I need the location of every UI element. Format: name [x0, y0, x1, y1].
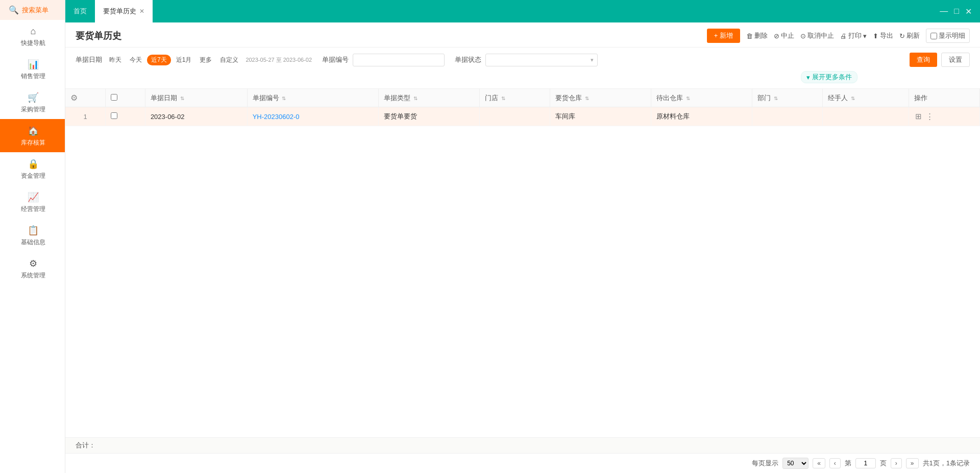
sort-date-icon: ⇅ [180, 96, 184, 101]
date-shortcuts: 昨天 今天 近7天 近1月 更多 自定义 [106, 55, 241, 65]
col-action-label: 操作 [914, 94, 927, 102]
display-detail-toggle[interactable]: 显示明细 [926, 29, 970, 43]
sidebar-search-label: 搜索菜单 [22, 6, 48, 15]
last-page-button[interactable]: » [906, 458, 919, 468]
sort-handler-icon: ⇅ [851, 96, 855, 101]
row-settings: 1 [65, 107, 106, 126]
inventory-icon: 🏠 [28, 125, 39, 136]
expand-label: 展开更多条件 [812, 73, 852, 82]
sidebar-item-label: 资金管理 [21, 172, 45, 180]
doc-number-filter-group: 单据编号 [322, 54, 445, 66]
sort-req-warehouse-icon: ⇅ [585, 96, 589, 101]
prev-page-button[interactable]: ‹ [829, 458, 841, 468]
sort-store-icon: ⇅ [501, 96, 505, 101]
filter-actions: 查询 设置 [910, 53, 970, 67]
suspend-button[interactable]: ⊘ 中止 [774, 31, 794, 40]
col-settings: ⚙ [65, 89, 106, 107]
col-settings-icon[interactable]: ⚙ [70, 93, 78, 102]
display-detail-checkbox[interactable] [930, 33, 937, 39]
row-req-warehouse: 车间库 [550, 107, 651, 126]
maximize-button[interactable]: □ [952, 6, 961, 17]
row-view-icon[interactable]: ⊞ [914, 111, 923, 122]
date-1month[interactable]: 近1月 [173, 55, 195, 65]
date-filter-group: 单据日期 昨天 今天 近7天 近1月 更多 自定义 2023-05-27 至 2… [76, 55, 312, 65]
finance-icon: 🔒 [28, 158, 39, 170]
col-handler[interactable]: 经手人 ⇅ [823, 89, 909, 107]
select-all-checkbox[interactable] [111, 94, 117, 101]
page-number-input[interactable] [855, 458, 876, 468]
row-date: 2023-06-02 [145, 107, 247, 126]
sidebar-item-quick-nav[interactable]: ⌂ 快捷导航 [0, 20, 65, 53]
per-page-select[interactable]: 50 10 20 100 [782, 458, 808, 469]
sidebar-item-label: 快捷导航 [21, 39, 45, 48]
date-7days[interactable]: 近7天 [147, 55, 171, 65]
doc-number-input[interactable] [353, 54, 445, 66]
row-number: YH-20230602-0 [247, 107, 379, 126]
sort-pending-warehouse-icon: ⇅ [686, 96, 690, 101]
tab-home-label: 首页 [74, 7, 87, 16]
table-container: ⚙ 单据日期 ⇅ 单据编号 ⇅ [65, 89, 980, 437]
col-store[interactable]: 门店 ⇅ [480, 89, 550, 107]
refresh-button[interactable]: ↻ 刷新 [899, 31, 920, 40]
sidebar-item-system[interactable]: ⚙ 系统管理 [0, 252, 65, 285]
minimize-button[interactable]: — [938, 6, 950, 17]
row-select-checkbox[interactable] [111, 112, 117, 119]
delete-button[interactable]: 🗑 删除 [746, 31, 768, 40]
date-today[interactable]: 今天 [127, 55, 145, 65]
sidebar-item-inventory[interactable]: 🏠 库存核算 [0, 119, 65, 152]
sidebar-item-label: 系统管理 [21, 271, 45, 280]
row-number-link[interactable]: YH-20230602-0 [253, 113, 300, 121]
row-more-icon[interactable]: ⋮ [925, 111, 935, 122]
tab-purchase-history[interactable]: 要货单历史 ✕ [95, 0, 153, 22]
toolbar: + 新增 🗑 删除 ⊘ 中止 ⊙ 取消中止 🖨 打印 ▾ [707, 29, 970, 43]
print-button[interactable]: 🖨 打印 ▾ [840, 31, 867, 40]
display-detail-label: 显示明细 [939, 31, 965, 40]
first-page-button[interactable]: « [813, 458, 825, 468]
col-number[interactable]: 单据编号 ⇅ [247, 89, 379, 107]
sidebar-item-basic-info[interactable]: 📋 基础信息 [0, 219, 65, 252]
col-action: 操作 [909, 89, 979, 107]
page-content: 要货单历史 + 新增 🗑 删除 ⊘ 中止 ⊙ 取消中止 🖨 打印 [65, 22, 980, 473]
main-content: 首页 要货单历史 ✕ — □ ✕ 要货单历史 + 新增 🗑 删除 ⊘ [65, 0, 980, 473]
export-button[interactable]: ⬆ 导出 [873, 31, 893, 40]
sidebar-item-purchase[interactable]: 🛒 采购管理 [0, 86, 65, 119]
col-type[interactable]: 单据类型 ⇅ [379, 89, 480, 107]
status-select-wrapper [485, 54, 598, 66]
total-info: 共1页，1条记录 [923, 459, 970, 468]
search-button[interactable]: 查询 [910, 53, 937, 67]
settings-button[interactable]: 设置 [941, 53, 970, 67]
sort-number-icon: ⇅ [282, 96, 286, 101]
col-req-warehouse[interactable]: 要货仓库 ⇅ [550, 89, 651, 107]
col-number-label: 单据编号 [253, 94, 279, 102]
status-select[interactable] [485, 54, 598, 66]
row-dept [752, 107, 823, 126]
next-page-button[interactable]: › [891, 458, 902, 468]
date-more[interactable]: 更多 [197, 55, 215, 65]
date-yesterday[interactable]: 昨天 [106, 55, 125, 65]
date-custom[interactable]: 自定义 [217, 55, 241, 65]
filter-row-1: 单据日期 昨天 今天 近7天 近1月 更多 自定义 2023-05-27 至 2… [76, 53, 970, 67]
sidebar-item-operations[interactable]: 📈 经营管理 [0, 185, 65, 219]
col-dept-label: 部门 [757, 94, 771, 102]
sales-icon: 📊 [28, 59, 39, 70]
sidebar-search[interactable]: 🔍 搜索菜单 [0, 0, 65, 20]
col-date[interactable]: 单据日期 ⇅ [145, 89, 247, 107]
tab-close-icon[interactable]: ✕ [139, 8, 144, 15]
sidebar-item-sales[interactable]: 📊 销售管理 [0, 53, 65, 86]
delete-icon: 🗑 [746, 32, 753, 40]
col-dept[interactable]: 部门 ⇅ [752, 89, 823, 107]
print-dropdown-icon: ▾ [863, 32, 867, 40]
expand-more-button[interactable]: ▾ 展开更多条件 [801, 71, 857, 83]
tab-home[interactable]: 首页 [65, 0, 95, 22]
home-icon: ⌂ [31, 26, 36, 37]
close-button[interactable]: ✕ [963, 6, 974, 17]
cancel-suspend-button[interactable]: ⊙ 取消中止 [800, 31, 834, 40]
window-controls: — □ ✕ [938, 6, 980, 17]
tab-purchase-history-label: 要货单历史 [103, 7, 136, 16]
print-icon: 🖨 [840, 32, 847, 40]
new-button[interactable]: + 新增 [707, 29, 740, 43]
sidebar-item-finance[interactable]: 🔒 资金管理 [0, 152, 65, 185]
col-pending-warehouse[interactable]: 待出仓库 ⇅ [651, 89, 752, 107]
col-store-label: 门店 [485, 94, 498, 102]
system-icon: ⚙ [29, 258, 37, 269]
